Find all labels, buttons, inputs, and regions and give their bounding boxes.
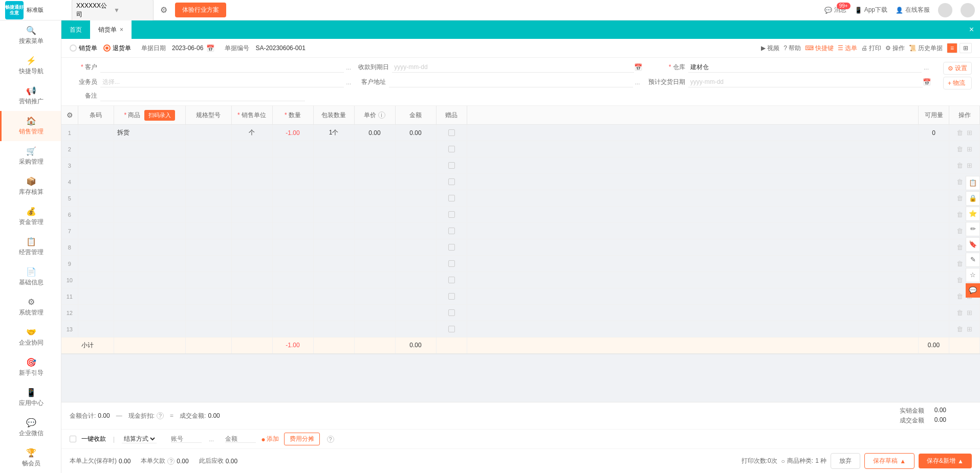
sidebar-item-inventory[interactable]: 📦 库存核算 bbox=[0, 171, 61, 201]
gift-checkbox[interactable] bbox=[448, 293, 455, 300]
history-btn[interactable]: 📜 历史单据 bbox=[909, 44, 943, 53]
gift-checkbox[interactable] bbox=[448, 260, 455, 267]
avatar[interactable] bbox=[938, 3, 952, 17]
return-order-radio[interactable]: 退货单 bbox=[103, 44, 131, 53]
online-support-button[interactable]: 👤 在线客服 bbox=[896, 6, 930, 14]
sidebar-item-base-info[interactable]: 📄 基础信息 bbox=[0, 262, 61, 292]
list-view-btn[interactable]: ≡ bbox=[947, 43, 957, 53]
nav-close-icon[interactable]: × bbox=[963, 25, 980, 34]
company-selector[interactable]: XXXXXX公司 ▼ bbox=[72, 0, 154, 21]
delete-row-icon[interactable]: 🗑 bbox=[956, 325, 963, 333]
payment-amount-input[interactable] bbox=[225, 435, 256, 443]
calc-method-select[interactable]: 结算方式 bbox=[122, 435, 157, 443]
table-scroll[interactable]: ⚙ 条码 * 商品 扫码录入 规格型号 bbox=[61, 106, 980, 402]
delete-row-icon[interactable]: 🗑 bbox=[956, 276, 963, 284]
grid-view-btn[interactable]: ⊞ bbox=[960, 43, 972, 53]
due-info-icon[interactable]: ? bbox=[167, 458, 175, 465]
warehouse-ellipsis-icon[interactable]: ... bbox=[922, 64, 931, 71]
salesperson-input[interactable] bbox=[100, 77, 344, 87]
float-btn-4[interactable]: ✏ bbox=[966, 222, 980, 236]
sidebar-item-wechat[interactable]: 💬 企业微信 bbox=[0, 413, 61, 443]
settings-button[interactable]: ⚙ 设置 bbox=[943, 62, 972, 75]
save-draft-button[interactable]: 保存草稿 ▲ bbox=[864, 453, 914, 469]
float-btn-6[interactable]: ✎ bbox=[966, 253, 980, 267]
unit-price-info-icon[interactable]: i bbox=[378, 111, 385, 119]
gift-checkbox[interactable] bbox=[448, 178, 455, 185]
payment-account-input[interactable] bbox=[171, 435, 202, 443]
delete-row-icon[interactable]: 🗑 bbox=[956, 260, 963, 267]
tab-sales[interactable]: 销货单 × bbox=[90, 20, 132, 39]
sidebar-item-sales[interactable]: 🏠 销售管理 bbox=[0, 111, 61, 141]
sidebar-item-finance[interactable]: 💰 资金管理 bbox=[0, 201, 61, 232]
table-settings-icon[interactable]: ⚙ bbox=[63, 109, 76, 121]
discount-info-icon[interactable]: ? bbox=[157, 412, 164, 419]
copy-row-icon[interactable]: ⊞ bbox=[967, 325, 972, 333]
sidebar-item-app-center[interactable]: 📱 应用中心 bbox=[0, 382, 61, 413]
settings-icon[interactable]: ⚙ bbox=[157, 3, 171, 17]
gift-checkbox[interactable] bbox=[448, 277, 455, 283]
add-payment-button[interactable]: ● 添加 bbox=[261, 435, 278, 443]
sidebar-item-operations[interactable]: 📋 经营管理 bbox=[0, 232, 61, 262]
delete-row-icon[interactable]: 🗑 bbox=[956, 129, 963, 137]
delete-row-icon[interactable]: 🗑 bbox=[956, 243, 963, 251]
app-download-button[interactable]: 📱 App下载 bbox=[855, 6, 887, 14]
one-click-payment-checkbox[interactable] bbox=[70, 436, 76, 442]
flow-button[interactable]: + 物流 bbox=[943, 77, 972, 89]
gift-checkbox[interactable] bbox=[448, 129, 455, 136]
float-btn-8[interactable]: 💬 bbox=[966, 283, 980, 298]
delete-row-icon[interactable]: 🗑 bbox=[956, 178, 963, 186]
customer-input[interactable] bbox=[100, 62, 344, 73]
tab-home[interactable]: 首页 bbox=[61, 20, 90, 39]
avatar-secondary[interactable] bbox=[961, 3, 975, 17]
float-btn-1[interactable]: 📋 bbox=[966, 176, 980, 190]
date-calendar-icon[interactable]: 📅 bbox=[206, 44, 214, 52]
float-btn-7[interactable]: ☆ bbox=[966, 268, 980, 282]
sidebar-item-search[interactable]: 🔍 搜索菜单 bbox=[0, 20, 61, 51]
delete-row-icon[interactable]: 🗑 bbox=[956, 194, 963, 202]
gift-checkbox[interactable] bbox=[448, 309, 455, 316]
float-btn-5[interactable]: 🔖 bbox=[966, 237, 980, 252]
sidebar-item-system[interactable]: ⚙ 系统管理 bbox=[0, 292, 61, 322]
sidebar-item-enterprise[interactable]: 🤝 企业协同 bbox=[0, 322, 61, 352]
tab-close-icon[interactable]: × bbox=[120, 26, 123, 33]
scan-button[interactable]: 扫码录入 bbox=[144, 110, 175, 121]
copy-row-icon[interactable]: ⊞ bbox=[967, 162, 972, 169]
filter-btn[interactable]: ☰ 选单 bbox=[838, 44, 857, 53]
save-new-button[interactable]: 保存&新增 ▲ bbox=[919, 454, 972, 468]
sidebar-item-marketing[interactable]: 📢 营销推广 bbox=[0, 81, 61, 111]
operate-btn[interactable]: ⚙ 操作 bbox=[885, 44, 905, 53]
sidebar-item-purchase[interactable]: 🛒 采购管理 bbox=[0, 141, 61, 171]
expense-help-icon[interactable]: ? bbox=[327, 436, 334, 443]
print-btn[interactable]: 🖨 打印 bbox=[861, 44, 881, 53]
gift-checkbox[interactable] bbox=[448, 162, 455, 169]
delete-row-icon[interactable]: 🗑 bbox=[956, 292, 963, 300]
warehouse-input[interactable] bbox=[688, 62, 922, 73]
delivery-date-input[interactable] bbox=[688, 77, 923, 87]
sidebar-item-member[interactable]: 🏆 畅会员 bbox=[0, 443, 61, 473]
message-button[interactable]: 💬 消息 99+ bbox=[824, 6, 846, 14]
gift-checkbox[interactable] bbox=[448, 244, 455, 251]
gift-checkbox[interactable] bbox=[448, 211, 455, 218]
addr-ellipsis-icon[interactable]: ... bbox=[633, 79, 642, 86]
customer-addr-input[interactable] bbox=[389, 77, 633, 87]
payment-date-input[interactable] bbox=[392, 62, 634, 73]
gift-checkbox[interactable] bbox=[448, 326, 455, 332]
delivery-calendar-icon[interactable]: 📅 bbox=[923, 78, 931, 86]
delete-row-icon[interactable]: 🗑 bbox=[956, 309, 963, 317]
gift-checkbox[interactable] bbox=[448, 195, 455, 201]
float-btn-3[interactable]: ⭐ bbox=[966, 207, 980, 221]
float-btn-2[interactable]: 🔒 bbox=[966, 191, 980, 206]
sidebar-item-guide[interactable]: 🎯 新手引导 bbox=[0, 352, 61, 382]
copy-row-icon[interactable]: ⊞ bbox=[967, 145, 972, 153]
gift-checkbox[interactable] bbox=[448, 228, 455, 234]
delete-row-icon[interactable]: 🗑 bbox=[956, 162, 963, 169]
video-btn[interactable]: ▶ 视频 bbox=[761, 44, 779, 53]
expense-split-button[interactable]: 费用分摊 bbox=[284, 433, 320, 445]
account-ellipsis-icon[interactable]: ... bbox=[207, 436, 216, 443]
abandon-button[interactable]: 放弃 bbox=[831, 453, 860, 469]
sidebar-item-quick-nav[interactable]: ⚡ 快捷导航 bbox=[0, 51, 61, 81]
help-btn[interactable]: ? 帮助 bbox=[783, 44, 801, 53]
shortcut-btn[interactable]: ⌨ 快捷键 bbox=[805, 44, 834, 53]
delete-row-icon[interactable]: 🗑 bbox=[956, 145, 963, 153]
customer-ellipsis-icon[interactable]: ... bbox=[344, 64, 353, 71]
